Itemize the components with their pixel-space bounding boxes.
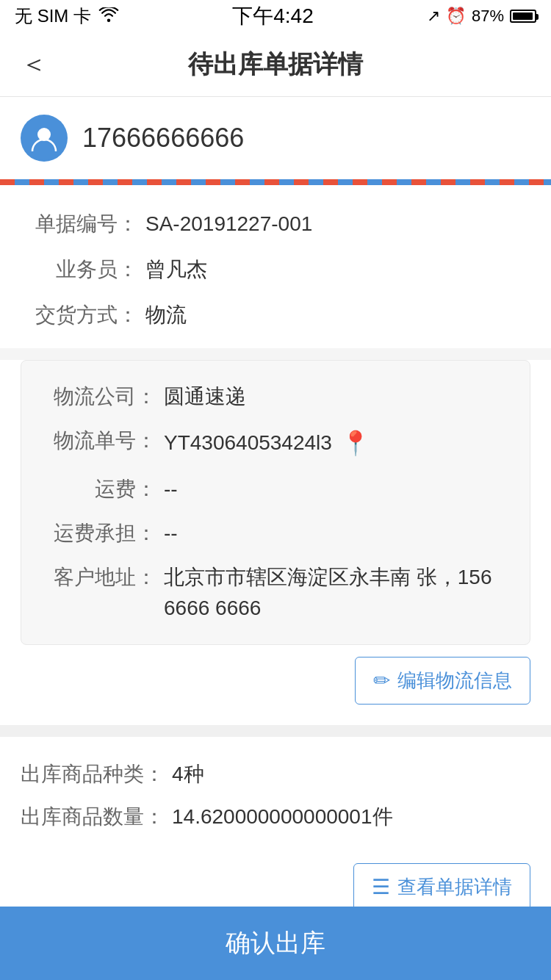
delivery-row: 交货方式： 物流 (21, 300, 530, 331)
order-no-row: 单据编号： SA-20191227-001 (21, 209, 530, 239)
order-info-section: 单据编号： SA-20191227-001 业务员： 曾凡杰 交货方式： 物流 (0, 185, 551, 348)
freight-label: 运费： (39, 474, 156, 505)
alarm-icon: ⏰ (446, 7, 466, 26)
section-divider-1 (0, 725, 551, 737)
goods-types-value: 4种 (165, 760, 204, 788)
confirm-btn-label: 确认出库 (226, 926, 325, 960)
address-label: 客户地址： (39, 562, 156, 593)
status-bar-right: ↗ ⏰ 87% (427, 7, 536, 26)
goods-section: 出库商品种类： 4种 出库商品数量： 14.620000000000001件 (0, 737, 551, 849)
tracking-label: 物流单号： (39, 425, 156, 456)
logistics-company-label: 物流公司： (39, 381, 156, 412)
location-icon: ↗ (427, 7, 440, 26)
address-value: 北京市市辖区海淀区永丰南 张，156 6666 6666 (156, 562, 512, 624)
address-row: 客户地址： 北京市市辖区海淀区永丰南 张，156 6666 6666 (39, 562, 512, 624)
freight-bear-label: 运费承担： (39, 518, 156, 549)
wifi-icon (98, 6, 119, 26)
back-button[interactable]: ＜ (21, 46, 47, 82)
freight-bear-row: 运费承担： -- (39, 518, 512, 549)
view-detail-button[interactable]: ☰ 查看单据详情 (353, 863, 530, 911)
freight-row: 运费： -- (39, 474, 512, 505)
salesman-row: 业务员： 曾凡杰 (21, 254, 530, 285)
page-title: 待出库单据详情 (188, 48, 363, 82)
time-text: 下午4:42 (232, 2, 314, 30)
avatar (21, 115, 68, 162)
salesman-value: 曾凡杰 (138, 254, 530, 285)
dashed-divider (0, 179, 551, 185)
delivery-label: 交货方式： (21, 300, 138, 331)
edit-icon: ✏ (373, 669, 390, 693)
edit-logistics-button[interactable]: ✏ 编辑物流信息 (355, 657, 530, 705)
goods-quantity-label: 出库商品数量： (21, 803, 165, 831)
confirm-button[interactable]: 确认出库 (0, 907, 551, 980)
tracking-row: 物流单号： YT43064053424l3 📍 (39, 425, 512, 461)
status-bar: 无 SIM 卡 下午4:42 ↗ ⏰ 87% (0, 0, 551, 32)
goods-types-label: 出库商品种类： (21, 760, 165, 788)
battery-icon (510, 10, 536, 23)
carrier-text: 无 SIM 卡 (15, 4, 91, 28)
tracking-value: YT43064053424l3 📍 (156, 425, 512, 461)
goods-quantity-row: 出库商品数量： 14.620000000000001件 (21, 803, 530, 831)
freight-value: -- (156, 474, 512, 505)
salesman-label: 业务员： (21, 254, 138, 285)
battery-text: 87% (472, 7, 504, 26)
order-no-value: SA-20191227-001 (138, 209, 530, 239)
delivery-value: 物流 (138, 300, 530, 331)
status-bar-left: 无 SIM 卡 (15, 4, 119, 28)
logistics-company-row: 物流公司： 圆通速递 (39, 381, 512, 412)
edit-btn-row: ✏ 编辑物流信息 (0, 657, 551, 719)
goods-quantity-value: 14.620000000000001件 (165, 803, 393, 831)
nav-bar: ＜ 待出库单据详情 (0, 32, 551, 97)
goods-types-row: 出库商品种类： 4种 (21, 760, 530, 788)
customer-card: 17666666666 (0, 97, 551, 179)
content: 17666666666 单据编号： SA-20191227-001 业务员： 曾… (0, 97, 551, 980)
view-detail-btn-label: 查看单据详情 (397, 874, 512, 900)
logistics-card: 物流公司： 圆通速递 物流单号： YT43064053424l3 📍 运费： -… (21, 360, 530, 645)
order-no-label: 单据编号： (21, 209, 138, 239)
list-icon: ☰ (372, 875, 390, 899)
edit-btn-label: 编辑物流信息 (397, 668, 512, 693)
logistics-company-value: 圆通速递 (156, 381, 512, 412)
customer-phone: 17666666666 (82, 123, 244, 154)
freight-bear-value: -- (156, 518, 512, 549)
location-pin-icon[interactable]: 📍 (341, 425, 370, 461)
